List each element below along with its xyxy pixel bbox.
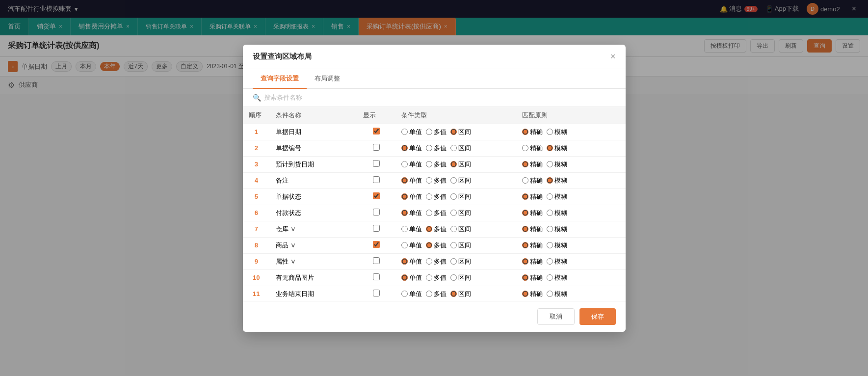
dialog-close-button[interactable]: ×	[610, 52, 616, 62]
dialog-title: 设置查询区域布局	[253, 52, 312, 61]
search-icon: 🔍	[253, 94, 261, 95]
dialog-search-area: 🔍	[243, 89, 626, 95]
tab-query-fields[interactable]: 查询字段设置	[253, 69, 307, 89]
dialog: 设置查询区域布局 × 查询字段设置 布局调整 🔍 顺序 条件名称 显示	[243, 45, 626, 95]
tab-query-fields-label: 查询字段设置	[261, 75, 299, 82]
search-input[interactable]	[264, 94, 362, 94]
tab-layout-label: 布局调整	[315, 75, 340, 82]
modal-overlay: 设置查询区域布局 × 查询字段设置 布局调整 🔍 顺序 条件名称 显示	[0, 0, 868, 94]
dialog-tabs: 查询字段设置 布局调整	[243, 69, 626, 89]
tab-layout[interactable]: 布局调整	[307, 69, 348, 89]
dialog-header: 设置查询区域布局 ×	[243, 45, 626, 69]
